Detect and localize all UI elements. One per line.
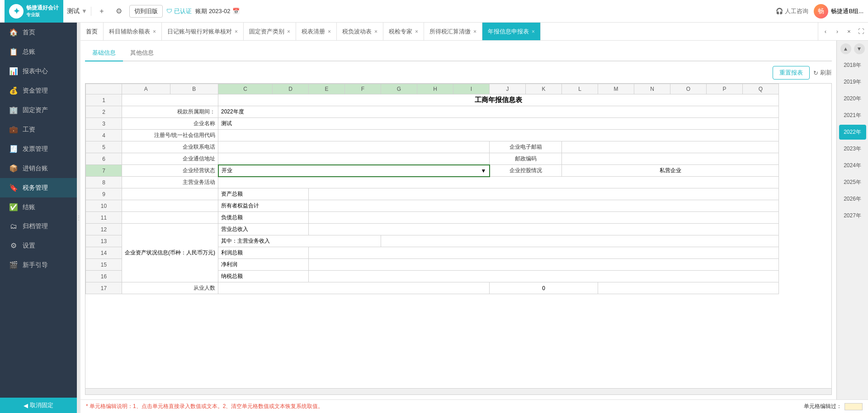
col-header-N[interactable]: N <box>634 84 670 94</box>
cell-7-holding-value[interactable]: 私营企业 <box>562 165 779 177</box>
tab-close-icon[interactable]: × <box>415 28 418 35</box>
spreadsheet-scroll[interactable]: A B C D E F G H I J <box>85 84 831 388</box>
year-item-2024[interactable]: 2024年 <box>839 158 866 173</box>
col-header-L[interactable]: L <box>562 84 598 94</box>
tab-close-icon[interactable]: × <box>153 28 156 35</box>
user-button[interactable]: 畅 畅捷通B组... <box>814 4 863 19</box>
year-item-2019[interactable]: 2019年 <box>839 75 866 89</box>
cell-3-value[interactable]: 测试 <box>218 118 779 130</box>
cell-17-value2[interactable] <box>598 282 779 294</box>
tab-tax-expert[interactable]: 税检专家 × <box>383 23 424 40</box>
col-header-F[interactable]: F <box>345 84 381 94</box>
col-header-P[interactable]: P <box>707 84 743 94</box>
tab-tax-fluctuation[interactable]: 税负波动表 × <box>337 23 383 40</box>
cancel-fixed-button[interactable]: ◀ 取消固定 <box>0 398 77 413</box>
year-item-2021[interactable]: 2021年 <box>839 108 866 123</box>
tab-close-icon[interactable]: × <box>235 28 238 35</box>
year-item-2026[interactable]: 2026年 <box>839 192 866 206</box>
horizontal-scrollbar[interactable] <box>85 388 831 394</box>
cell-4-value[interactable] <box>218 130 779 141</box>
cell-17-value1[interactable] <box>218 282 490 294</box>
cell-6-address[interactable] <box>218 153 490 165</box>
tab-aux-balance[interactable]: 科目辅助余额表 × <box>104 23 162 40</box>
sidebar-resize-handle[interactable] <box>77 23 80 413</box>
cell-10-value[interactable] <box>309 200 779 212</box>
tab-close-icon[interactable]: × <box>287 28 290 35</box>
col-header-I[interactable]: I <box>453 84 490 94</box>
tab-selector[interactable]: 测试 ▼ <box>67 7 87 15</box>
settings-button[interactable]: ⚙ <box>112 5 126 18</box>
col-header-A[interactable]: A <box>122 84 170 94</box>
tab-fixed-asset-category[interactable]: 固定资产类别 × <box>244 23 296 40</box>
cell-17-zero[interactable]: 0 <box>490 282 598 294</box>
sidebar-item-settings[interactable]: ⚙ 设置 <box>0 236 77 255</box>
year-item-2025[interactable]: 2025年 <box>839 175 866 190</box>
year-scroll-up-button[interactable]: ▲ <box>840 43 851 54</box>
year-item-2027[interactable]: 2027年 <box>839 208 866 223</box>
switch-old-button[interactable]: 切到旧版 <box>129 5 163 18</box>
cell-14-value[interactable] <box>309 247 779 259</box>
calendar-icon[interactable]: 📅 <box>232 8 240 14</box>
tab-income-tax[interactable]: 所得税汇算清缴 × <box>424 23 482 40</box>
year-item-2020[interactable]: 2020年 <box>839 91 866 106</box>
cell-6-postal-value[interactable] <box>562 153 779 165</box>
sidebar-item-guide[interactable]: 🎬 新手引导 <box>0 255 77 275</box>
year-scroll-down-button[interactable]: ▼ <box>854 43 865 54</box>
cell-16-value[interactable] <box>309 271 779 282</box>
tabs-prev-button[interactable]: ‹ <box>820 26 831 37</box>
cell-13-value[interactable] <box>381 235 779 247</box>
sidebar-item-inventory[interactable]: 📦 进销台账 <box>0 159 77 178</box>
tab-close-icon[interactable]: × <box>473 28 476 35</box>
sidebar-item-ledger[interactable]: 📋 总账 <box>0 42 77 61</box>
sub-tab-basic[interactable]: 基础信息 <box>85 45 123 61</box>
sidebar-item-payroll[interactable]: 💼 工资 <box>0 120 77 139</box>
service-button[interactable]: 🎧 人工咨询 <box>776 7 808 15</box>
tab-home[interactable]: 首页 <box>80 23 104 40</box>
col-header-O[interactable]: O <box>670 84 707 94</box>
cell-7-status[interactable]: 开业 ▼ <box>218 165 490 177</box>
toolbar: 重置报表 ↻ 刷新 <box>85 66 832 80</box>
col-header-M[interactable]: M <box>598 84 634 94</box>
tab-bank-reconcile[interactable]: 日记账与银行对账单核对 × <box>162 23 244 40</box>
cell-8-value[interactable] <box>218 177 779 188</box>
year-item-2023[interactable]: 2023年 <box>839 141 866 156</box>
add-tab-button[interactable]: + <box>95 5 108 18</box>
year-item-2018[interactable]: 2018年 <box>839 58 866 73</box>
year-item-2022[interactable]: 2022年 <box>839 125 866 140</box>
tabs-next-button[interactable]: › <box>832 26 843 37</box>
refresh-button[interactable]: ↻ 刷新 <box>813 69 832 77</box>
sidebar-item-assets[interactable]: 🏢 固定资产 <box>0 100 77 120</box>
col-header-H[interactable]: H <box>417 84 453 94</box>
col-header-G[interactable]: G <box>381 84 417 94</box>
sub-tab-other[interactable]: 其他信息 <box>123 45 161 61</box>
tab-close-icon[interactable]: × <box>532 28 535 35</box>
col-header-K[interactable]: K <box>526 84 562 94</box>
col-header-E[interactable]: E <box>309 84 345 94</box>
col-header-B[interactable]: B <box>170 84 218 94</box>
cell-5-phone[interactable] <box>218 141 490 153</box>
sidebar-item-reports[interactable]: 📊 报表中心 <box>0 61 77 81</box>
reset-report-button[interactable]: 重置报表 <box>773 66 810 80</box>
sidebar-item-home[interactable]: 🏠 首页 <box>0 23 77 42</box>
sidebar-item-closing[interactable]: ✅ 结账 <box>0 197 77 217</box>
sidebar-item-invoice[interactable]: 🧾 发票管理 <box>0 139 77 159</box>
sidebar-item-tax[interactable]: 🔖 税务管理 <box>0 178 77 197</box>
tab-tax-table[interactable]: 税表清册 × <box>296 23 337 40</box>
col-header-D[interactable]: D <box>273 84 309 94</box>
sidebar-item-archive[interactable]: 🗂 归档管理 <box>0 217 77 236</box>
cell-2-value[interactable]: 2022年度 <box>218 106 779 118</box>
cell-12-value[interactable] <box>309 224 779 235</box>
sidebar-item-funds[interactable]: 💰 资金管理 <box>0 81 77 100</box>
col-header-Q[interactable]: Q <box>743 84 779 94</box>
tabs-expand-button[interactable]: ⛶ <box>855 26 866 37</box>
tab-close-icon[interactable]: × <box>328 28 331 35</box>
tabs-close-button[interactable]: × <box>844 26 854 37</box>
cell-11-value[interactable] <box>309 212 779 224</box>
cell-15-value[interactable] <box>309 259 779 271</box>
col-header-C[interactable]: C <box>218 84 273 94</box>
col-header-J[interactable]: J <box>490 84 526 94</box>
cell-5-email-value[interactable] <box>562 141 779 153</box>
tab-annual-report[interactable]: 年报信息申报表 × <box>482 23 541 40</box>
cell-9-value[interactable] <box>309 188 779 200</box>
tab-close-icon[interactable]: × <box>374 28 377 35</box>
